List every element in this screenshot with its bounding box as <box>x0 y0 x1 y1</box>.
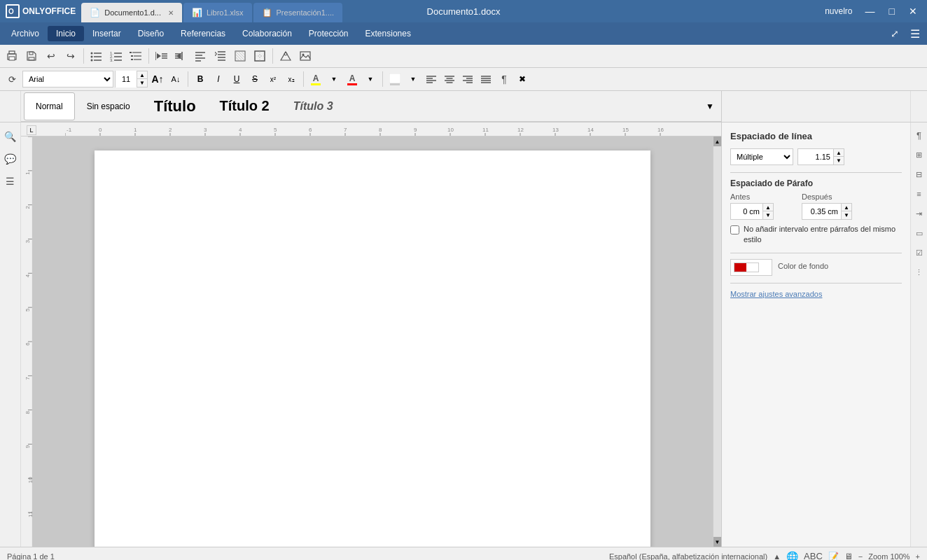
clear-format-btn[interactable]: ✖ <box>514 71 531 88</box>
ruler-corner[interactable]: L <box>27 125 36 135</box>
before-up[interactable]: ▲ <box>763 204 773 211</box>
align-left-btn2[interactable] <box>423 71 440 88</box>
close-button[interactable]: ✕ <box>905 4 921 18</box>
line-spacing-type[interactable]: Múltiple <box>730 148 793 165</box>
shrink-font-btn[interactable]: A↓ <box>167 71 184 88</box>
after-down[interactable]: ▼ <box>842 211 851 219</box>
menu-inicio[interactable]: Inicio <box>48 26 84 41</box>
numbered-list-btn[interactable]: 1.2.3. <box>107 47 125 65</box>
shading-color-btn[interactable] <box>386 71 403 88</box>
style-titulo2[interactable]: Título 2 <box>208 92 281 120</box>
subscript-btn[interactable]: x₂ <box>283 71 300 88</box>
style-normal[interactable]: Normal <box>24 92 75 120</box>
after-spinner[interactable]: ▲ ▼ <box>802 203 852 220</box>
styles-dropdown[interactable]: ▼ <box>702 98 718 115</box>
before-spinner[interactable]: ▲ ▼ <box>730 203 774 220</box>
before-down[interactable]: ▼ <box>763 211 773 219</box>
multilevel-list-btn[interactable] <box>127 47 145 65</box>
increase-indent-btn[interactable] <box>172 47 190 65</box>
spell-check-icon[interactable]: ABC <box>804 551 823 560</box>
sidebar-chat-icon[interactable]: 💬 <box>2 150 19 167</box>
menu-proteccion[interactable]: Protección <box>300 26 357 41</box>
bg-color-swatch[interactable] <box>730 259 772 276</box>
style-titulo[interactable]: Título <box>142 92 208 120</box>
font-size-input[interactable] <box>116 71 137 88</box>
style-sin-espacio[interactable]: Sin espacio <box>75 92 142 120</box>
scroll-up-btn[interactable]: ▲ <box>713 136 722 146</box>
align-left-btn[interactable] <box>192 47 210 65</box>
line-spacing-btn[interactable] <box>211 47 230 65</box>
tab-doc1-close[interactable]: ✕ <box>168 9 174 17</box>
ricon-more[interactable]: ⋮ <box>912 265 926 279</box>
vertical-scrollbar[interactable]: ▲ ▼ <box>713 136 721 547</box>
pilcrow-btn[interactable]: ¶ <box>496 71 513 88</box>
zoom-in-icon[interactable]: + <box>916 552 920 561</box>
after-up[interactable]: ▲ <box>842 204 851 211</box>
bold-btn[interactable]: B <box>192 71 209 88</box>
sidebar-search-icon[interactable]: 🔍 <box>2 128 19 145</box>
highlight-color-btn[interactable]: A <box>307 71 324 88</box>
line-spacing-up[interactable]: ▲ <box>834 149 844 157</box>
text-color-dropdown[interactable]: ▼ <box>362 71 379 88</box>
maximize-button[interactable]: □ <box>885 4 899 18</box>
line-spacing-down[interactable]: ▼ <box>834 157 844 164</box>
highlight-dropdown[interactable]: ▼ <box>326 71 342 88</box>
ricon-align[interactable]: ≡ <box>912 187 926 201</box>
doc-page[interactable] <box>95 150 650 547</box>
ricon-box[interactable]: ▭ <box>912 226 926 240</box>
font-size-up[interactable]: ▲ <box>137 71 147 79</box>
menu-insertar[interactable]: Insertar <box>84 26 130 41</box>
italic-btn[interactable]: I <box>210 71 227 88</box>
zoom-out-icon[interactable]: − <box>858 552 863 561</box>
line-spacing-spinner[interactable]: ▲ ▼ <box>797 148 844 165</box>
print-quick-btn[interactable] <box>3 47 21 65</box>
no-interval-checkbox[interactable] <box>730 225 739 234</box>
expand-icon[interactable]: ⤢ <box>886 27 903 41</box>
minimize-button[interactable]: — <box>861 4 879 18</box>
tab-ppt1[interactable]: 📋 Presentación1.... <box>253 3 343 22</box>
justify-btn[interactable] <box>478 71 494 88</box>
undo-btn[interactable]: ↩ <box>42 47 60 65</box>
ricon-check[interactable]: ☑ <box>912 246 926 260</box>
menu-archivo[interactable]: Archivo <box>3 26 48 41</box>
after-input[interactable] <box>802 204 841 219</box>
decrease-indent-btn[interactable] <box>153 47 171 65</box>
menu-extensiones[interactable]: Extensiones <box>357 26 419 41</box>
view-icon[interactable]: 🖥 <box>844 552 853 561</box>
scroll-down-btn[interactable]: ▼ <box>713 537 722 547</box>
font-size-down[interactable]: ▼ <box>137 79 147 87</box>
tab-doc1[interactable]: 📄 Documento1.d... ✕ <box>81 3 182 22</box>
globe-icon[interactable]: 🌐 <box>786 551 798 561</box>
lang-arrow[interactable]: ▲ <box>773 552 781 561</box>
shape-btn[interactable] <box>277 47 295 65</box>
sidebar-list-icon[interactable]: ☰ <box>2 173 19 190</box>
border-btn[interactable] <box>251 47 269 65</box>
menu-diseno[interactable]: Diseño <box>130 26 172 41</box>
menu-options-icon[interactable]: ☰ <box>906 26 924 42</box>
ricon-grid2[interactable]: ⊟ <box>912 167 926 181</box>
menu-referencias[interactable]: Referencias <box>172 26 234 41</box>
ricon-para[interactable]: ¶ <box>912 128 926 142</box>
image-btn[interactable] <box>296 47 314 65</box>
tab-xlsx1[interactable]: 📊 Libro1.xlsx <box>183 3 252 22</box>
style-titulo3[interactable]: Título 3 <box>281 92 345 120</box>
grow-font-btn[interactable]: A↑ <box>149 71 166 88</box>
font-select[interactable]: Arial <box>22 71 113 88</box>
superscript-btn[interactable]: x² <box>265 71 281 88</box>
redo-btn[interactable]: ↪ <box>62 47 80 65</box>
before-input[interactable] <box>731 204 762 219</box>
shading-btn[interactable] <box>231 47 249 65</box>
line-spacing-input[interactable] <box>798 149 833 164</box>
bullet-list-btn[interactable] <box>88 47 106 65</box>
save-btn[interactable] <box>22 47 41 65</box>
strikethrough-btn[interactable]: S <box>246 71 263 88</box>
align-right-btn[interactable] <box>459 71 476 88</box>
advanced-link[interactable]: Mostrar ajustes avanzados <box>730 290 822 298</box>
shading-dropdown[interactable]: ▼ <box>405 71 421 88</box>
align-center-btn[interactable] <box>441 71 458 88</box>
text-color-btn[interactable]: A <box>344 71 361 88</box>
copy-style-btn[interactable]: ⟳ <box>3 70 21 88</box>
track-changes-icon[interactable]: 📝 <box>828 552 839 561</box>
ricon-indent[interactable]: ⇥ <box>912 206 926 220</box>
ricon-grid[interactable]: ⊞ <box>912 148 926 162</box>
